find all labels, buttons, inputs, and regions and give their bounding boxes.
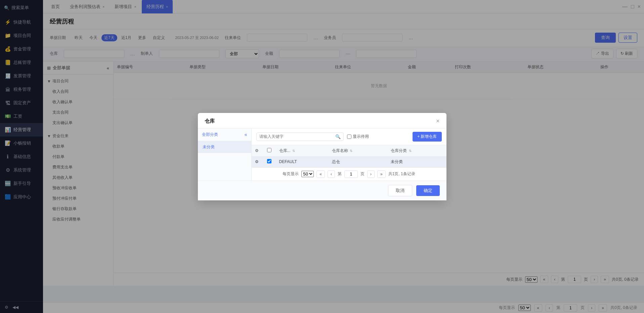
modal-next-btn[interactable]: ›	[367, 170, 375, 178]
row-checkbox	[264, 156, 276, 167]
modal-table: ⚙ 仓库... ⇅ 仓库名称 ⇅	[252, 145, 446, 167]
modal-first-btn[interactable]: «	[316, 170, 325, 178]
modal-pagination: 每页显示 50 « ‹ 第 页 › » 共1页, 1条记录	[252, 167, 446, 181]
th-code: 仓库... ⇅	[276, 145, 329, 157]
modal-last-btn[interactable]: »	[377, 170, 386, 178]
sort-code-icon: ⇅	[292, 149, 295, 153]
data-panel-toolbar: 🔍 显示停用 + 新增仓库	[252, 128, 446, 145]
row-category: 未分类	[387, 156, 446, 167]
warehouse-modal: 仓库 × 全部分类 « 未分类 🔍	[198, 113, 446, 200]
modal-header: 仓库 ×	[198, 113, 446, 128]
modal-table-wrap: ⚙ 仓库... ⇅ 仓库名称 ⇅	[252, 145, 446, 167]
modal-overlay: 仓库 × 全部分类 « 未分类 🔍	[0, 0, 644, 313]
th-settings: ⚙	[252, 145, 264, 157]
modal-footer: 取消 确定	[198, 181, 446, 200]
add-warehouse-btn[interactable]: + 新增仓库	[413, 132, 441, 142]
row-name: 总仓	[329, 156, 387, 167]
category-item-uncategorized[interactable]: 未分类	[198, 141, 251, 153]
modal-title: 仓库	[205, 118, 215, 124]
row-settings: ⚙	[252, 156, 264, 167]
cancel-button[interactable]: 取消	[388, 185, 412, 196]
select-all-checkbox[interactable]	[267, 148, 271, 152]
modal-table-row[interactable]: ⚙ DEFAULT 总仓 未分类	[252, 156, 446, 167]
collapse-category-btn[interactable]: «	[245, 132, 247, 137]
th-name: 仓库名称 ⇅	[329, 145, 387, 157]
row-code: DEFAULT	[276, 156, 329, 167]
modal-prev-btn[interactable]: ‹	[328, 170, 335, 178]
modal-body: 全部分类 « 未分类 🔍 显示停用	[198, 128, 446, 181]
modal-search-icon: 🔍	[335, 134, 341, 139]
confirm-button[interactable]: 确定	[416, 185, 440, 196]
modal-per-page-select[interactable]: 50	[301, 171, 314, 177]
modal-page-label: 第	[338, 171, 342, 177]
category-panel: 全部分类 « 未分类	[198, 128, 252, 181]
sort-category-icon: ⇅	[409, 149, 412, 153]
sort-name-icon: ⇅	[350, 149, 352, 153]
th-checkbox	[264, 145, 276, 157]
show-disabled-label: 显示停用	[347, 134, 369, 140]
modal-search-input[interactable]	[259, 134, 333, 139]
category-header: 全部分类 «	[198, 128, 251, 141]
search-box: 🔍	[256, 132, 344, 141]
modal-table-header-row: ⚙ 仓库... ⇅ 仓库名称 ⇅	[252, 145, 446, 157]
row-select-checkbox[interactable]	[267, 159, 271, 163]
modal-page-suffix: 页	[360, 171, 364, 177]
data-panel: 🔍 显示停用 + 新增仓库 ⚙	[252, 128, 446, 181]
show-disabled-checkbox[interactable]	[347, 134, 351, 139]
category-all-label[interactable]: 全部分类	[202, 132, 218, 138]
modal-per-page-label: 每页显示	[283, 171, 299, 177]
modal-total: 共1页, 1条记录	[388, 171, 415, 177]
modal-close-btn[interactable]: ×	[436, 118, 440, 125]
modal-page-input[interactable]	[344, 170, 358, 178]
th-category: 仓库分类 ⇅	[387, 145, 446, 157]
